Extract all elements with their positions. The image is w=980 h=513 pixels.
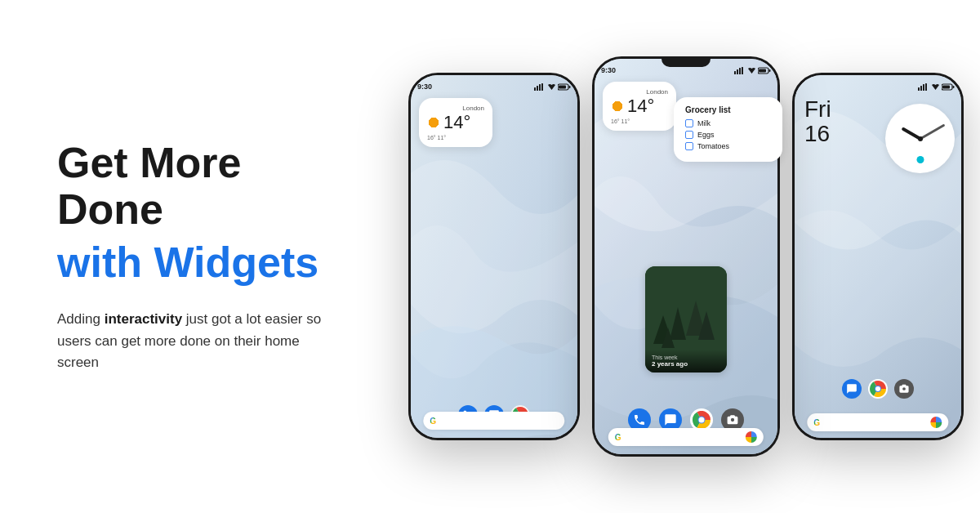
sun-icon-left <box>427 116 440 129</box>
memories-widget: This week 2 years ago <box>645 266 727 372</box>
svg-rect-12 <box>734 71 736 74</box>
svg-rect-17 <box>769 69 771 72</box>
clock-face <box>885 104 955 173</box>
svg-rect-36 <box>942 85 950 88</box>
google-g-right: G <box>813 418 820 427</box>
weather-widget-left: London 14° 16° 11° <box>419 98 492 147</box>
phone-right: Fri 16 <box>792 73 964 440</box>
svg-rect-15 <box>742 67 743 74</box>
phone-left-screen: 9:30 London 14° 16° 11° <box>411 75 577 438</box>
minute-hand <box>920 123 946 140</box>
app-camera-right[interactable] <box>894 379 914 399</box>
analog-clock <box>885 104 955 173</box>
headline-line2: with Widgets <box>57 239 343 286</box>
google-bar-center[interactable]: G <box>608 428 764 446</box>
clock-date-widget: Fri 16 <box>804 98 831 147</box>
phone-left: 9:30 London 14° 16° 11° <box>408 73 580 440</box>
clock-center-dot <box>918 136 923 141</box>
grocery-checkbox-tomatoes[interactable] <box>685 142 693 150</box>
status-bar-right <box>801 79 955 94</box>
svg-rect-18 <box>759 69 766 72</box>
phones-section: 9:30 London 14° 16° 11° <box>392 0 980 513</box>
svg-rect-14 <box>739 68 741 74</box>
svg-rect-7 <box>559 85 566 88</box>
status-icons-left <box>534 83 571 91</box>
assistant-icon-center <box>746 431 757 443</box>
sun-icon-center <box>611 100 624 113</box>
svg-rect-35 <box>953 86 955 88</box>
svg-rect-30 <box>918 87 920 91</box>
temp-center: 14° <box>627 96 654 117</box>
phone-right-screen: Fri 16 <box>795 75 961 438</box>
grocery-title: Grocery list <box>685 105 771 114</box>
subtext-bold: interactivity <box>105 311 182 327</box>
teal-dot <box>916 156 924 163</box>
status-icons-center <box>734 67 771 74</box>
memories-label: This week <box>652 355 720 360</box>
left-section: Get More Done with Widgets Adding intera… <box>0 91 392 423</box>
svg-rect-4 <box>541 83 543 91</box>
app-chrome-right[interactable] <box>868 379 888 399</box>
grocery-widget-inner: Grocery list Milk Eggs Tomatoes <box>685 105 771 150</box>
grocery-item-eggs: Eggs <box>685 131 771 139</box>
time-center: 9:30 <box>601 66 616 74</box>
grocery-item-tomatoes: Tomatoes <box>685 142 771 150</box>
clock-date: 16 <box>804 121 831 147</box>
google-g-center: G <box>615 433 621 442</box>
time-left: 9:30 <box>417 83 432 91</box>
svg-rect-6 <box>569 86 571 88</box>
clock-day: Fri <box>804 98 831 121</box>
grocery-label-tomatoes: Tomatoes <box>697 142 729 150</box>
subtext-rest: just got a lot easier so users can get m… <box>57 311 321 370</box>
app-messages-right[interactable] <box>842 379 862 399</box>
grocery-checkbox-milk[interactable] <box>685 119 693 127</box>
status-bar-left: 9:30 <box>417 79 571 94</box>
memories-date: 2 years ago <box>652 360 720 368</box>
headline-line1: Get More Done <box>57 140 343 233</box>
svg-rect-2 <box>537 86 538 91</box>
apps-row-right <box>842 379 914 399</box>
grocery-widget: Grocery list Milk Eggs Tomatoes <box>674 97 782 162</box>
svg-point-28 <box>699 417 705 423</box>
weather-city-left: London <box>427 105 484 112</box>
temp-left: 14° <box>443 112 470 133</box>
weather-widget-center: London 14° 16° 11° <box>603 82 676 131</box>
grocery-label-milk: Milk <box>697 119 710 127</box>
grocery-label-eggs: Eggs <box>697 131 715 139</box>
status-icons-right <box>918 83 955 91</box>
svg-rect-13 <box>737 69 738 74</box>
google-g-left: G <box>430 417 436 426</box>
svg-rect-33 <box>925 83 927 91</box>
svg-rect-3 <box>539 84 541 91</box>
weather-temp-row-left: 14° <box>427 112 484 133</box>
hi-lo-center: 16° 11° <box>611 118 668 124</box>
memories-bg: This week 2 years ago <box>645 266 727 372</box>
subtext: Adding interactivity just got a lot easi… <box>57 309 343 373</box>
svg-rect-1 <box>534 87 536 91</box>
grocery-checkbox-eggs[interactable] <box>685 131 693 139</box>
google-bar-right[interactable]: G <box>807 413 948 431</box>
svg-point-39 <box>875 386 880 391</box>
weather-city-center: London <box>611 88 668 96</box>
memories-overlay: This week 2 years ago <box>645 350 727 372</box>
hi-lo-left: 16° 11° <box>427 135 484 141</box>
assistant-icon-right <box>931 417 942 428</box>
weather-temp-row-center: 14° <box>611 96 668 117</box>
google-bar-left[interactable]: G <box>423 412 564 430</box>
grocery-item-milk: Milk <box>685 119 771 127</box>
svg-rect-32 <box>923 84 924 91</box>
notch-center <box>662 59 710 67</box>
svg-rect-31 <box>920 86 922 91</box>
